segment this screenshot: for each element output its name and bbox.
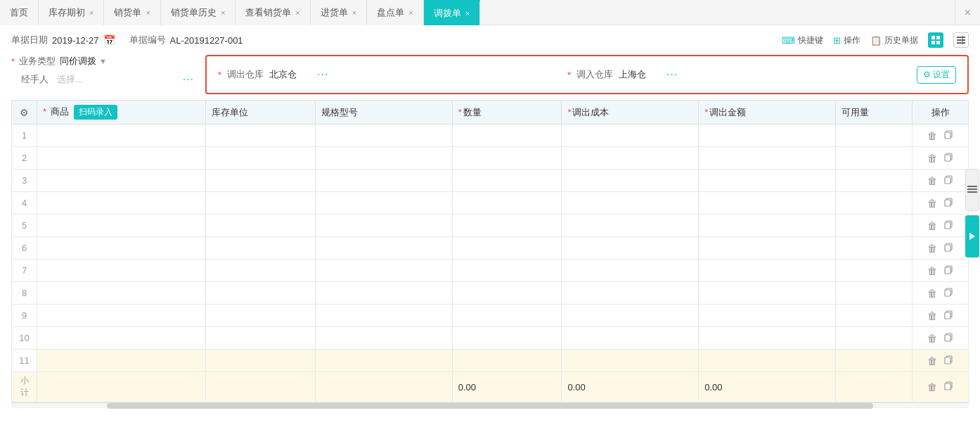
business-type-select[interactable]: 同价调拨 ▼ [60,55,144,68]
settings-button[interactable]: ⚙ 设置 [917,66,956,84]
copy-row-icon[interactable] [944,220,953,229]
row-product[interactable] [37,260,206,282]
row-product[interactable] [37,327,206,350]
delete-row-icon[interactable]: 🗑 [927,130,937,141]
row-product[interactable] [37,215,206,237]
copy-row-icon[interactable] [944,333,953,342]
calendar-icon[interactable]: 📅 [103,34,115,46]
delete-row-icon[interactable]: 🗑 [927,220,937,231]
row-amount[interactable] [699,237,836,260]
table-settings-icon[interactable]: ⚙ [20,107,29,118]
row-qty[interactable] [452,260,562,282]
row-cost[interactable] [562,282,699,305]
row-available[interactable] [835,147,912,170]
tab-close-inventory-check[interactable]: × [408,8,413,17]
delete-row-icon[interactable]: 🗑 [927,333,937,344]
row-amount[interactable] [699,327,836,350]
row-cost[interactable] [562,125,699,147]
row-amount[interactable] [699,147,836,170]
transfer-out-value[interactable]: 北京仓 [269,68,311,81]
row-amount[interactable] [699,350,836,372]
row-product[interactable] [37,170,206,192]
row-unit[interactable] [206,282,316,305]
tab-inventory-init[interactable]: 库存期初 × [39,0,104,25]
delete-row-icon[interactable]: 🗑 [927,153,937,164]
row-cost[interactable] [562,305,699,327]
side-list-button[interactable] [965,169,979,211]
row-available[interactable] [835,125,912,147]
tab-view-sales[interactable]: 查看销货单 × [236,0,310,25]
doc-date-value[interactable]: 2019-12-27 [52,35,99,46]
row-product[interactable] [37,192,206,215]
copy-row-icon[interactable] [944,310,953,319]
row-product[interactable] [37,147,206,170]
doc-no-value[interactable]: AL-20191227-001 [170,35,243,46]
row-qty[interactable] [452,170,562,192]
row-qty[interactable] [452,237,562,260]
handler-more-icon[interactable]: ··· [183,73,194,86]
history-button[interactable]: 📋 历史单据 [870,34,918,46]
tab-sales-order[interactable]: 销货单 × [104,0,160,25]
subtotal-delete-icon[interactable]: 🗑 [927,381,937,393]
row-qty[interactable] [452,215,562,237]
operations-button[interactable]: ⊞ 操作 [833,34,860,46]
row-spec[interactable] [315,260,452,282]
row-available[interactable] [835,327,912,350]
row-available[interactable] [835,237,912,260]
copy-row-icon[interactable] [944,175,953,184]
copy-row-icon[interactable] [944,153,953,162]
row-qty[interactable] [452,282,562,305]
handler-input[interactable]: 选择... [57,73,83,86]
copy-row-icon[interactable] [944,355,953,364]
row-qty[interactable] [452,350,562,372]
delete-row-icon[interactable]: 🗑 [927,198,937,209]
row-cost[interactable] [562,237,699,260]
row-cost[interactable] [562,260,699,282]
row-amount[interactable] [699,260,836,282]
copy-row-icon[interactable] [944,243,953,252]
row-available[interactable] [835,192,912,215]
tab-close-sales-order[interactable]: × [146,8,150,17]
tab-close-purchase-order[interactable]: × [352,8,356,17]
row-amount[interactable] [699,192,836,215]
row-unit[interactable] [206,147,316,170]
tab-home[interactable]: 首页 [0,0,39,25]
row-spec[interactable] [315,327,452,350]
row-amount[interactable] [699,282,836,305]
row-unit[interactable] [206,350,316,372]
row-product[interactable] [37,282,206,305]
shortcut-button[interactable]: ⌨ 快捷键 [782,34,823,46]
tab-close-inventory-init[interactable]: × [89,8,94,17]
row-spec[interactable] [315,215,452,237]
delete-row-icon[interactable]: 🗑 [927,265,937,276]
row-available[interactable] [835,260,912,282]
row-product[interactable] [37,350,206,372]
grid-view-active-button[interactable] [928,32,943,48]
row-amount[interactable] [699,125,836,147]
row-unit[interactable] [206,305,316,327]
copy-row-icon[interactable] [944,288,953,297]
row-spec[interactable] [315,305,452,327]
transfer-out-more-icon[interactable]: ··· [317,68,328,81]
tab-close-transfer[interactable]: × [465,9,470,18]
scroll-bar-thumb[interactable] [107,403,873,409]
row-qty[interactable] [452,327,562,350]
tab-sales-history[interactable]: 销货单历史 × [161,0,236,25]
delete-row-icon[interactable]: 🗑 [927,355,937,367]
copy-row-icon[interactable] [944,265,953,274]
delete-row-icon[interactable]: 🗑 [927,243,937,254]
row-available[interactable] [835,305,912,327]
delete-row-icon[interactable]: 🗑 [927,175,937,186]
row-available[interactable] [835,282,912,305]
row-spec[interactable] [315,147,452,170]
row-cost[interactable] [562,350,699,372]
row-unit[interactable] [206,327,316,350]
row-product[interactable] [37,305,206,327]
row-available[interactable] [835,170,912,192]
row-unit[interactable] [206,237,316,260]
row-unit[interactable] [206,192,316,215]
row-spec[interactable] [315,282,452,305]
row-spec[interactable] [315,170,452,192]
delete-row-icon[interactable]: 🗑 [927,288,937,299]
row-spec[interactable] [315,350,452,372]
